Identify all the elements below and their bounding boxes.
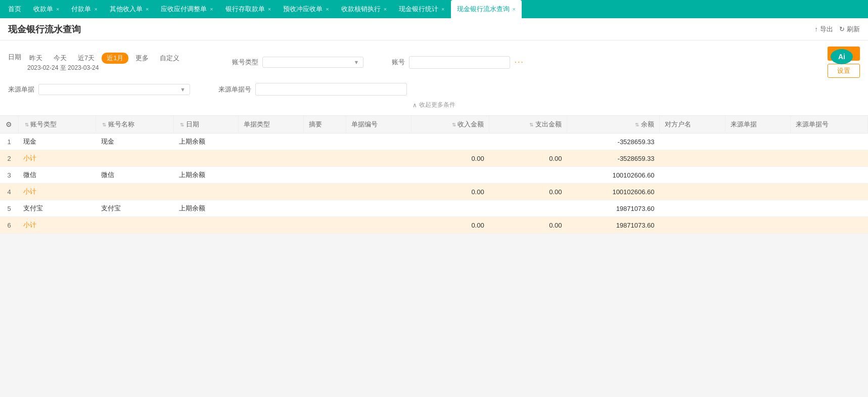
col-account-type[interactable]: ⇅ 账号类型	[18, 116, 96, 134]
cell-expense	[489, 200, 567, 217]
cell-doc-type	[238, 167, 304, 184]
row-num: 3	[0, 167, 18, 184]
nav-cash-stats[interactable]: 现金银行统计 ×	[393, 0, 450, 18]
nav-advance[interactable]: 预收冲应收单 ×	[277, 0, 335, 18]
collapse-icon: ∧	[413, 102, 417, 109]
account-input[interactable]	[409, 56, 510, 69]
cell-date	[174, 217, 239, 234]
cell-source-doc	[725, 150, 791, 167]
table-container: ⚙ ⇅ 账号类型 ⇅ 账号名称 ⇅ 日期 单据类型 摘要 单据编号 ⇅ 收入金额	[0, 116, 868, 234]
close-payment-icon[interactable]: ×	[94, 6, 97, 12]
date-opt-yesterday[interactable]: 昨天	[25, 53, 47, 64]
close-cash-stats-icon[interactable]: ×	[441, 6, 444, 12]
account-type-arrow-icon: ▼	[354, 59, 359, 65]
table-header: ⚙ ⇅ 账号类型 ⇅ 账号名称 ⇅ 日期 单据类型 摘要 单据编号 ⇅ 收入金额	[0, 116, 868, 134]
row-num: 1	[0, 134, 18, 150]
col-date[interactable]: ⇅ 日期	[174, 116, 239, 134]
cell-counterparty	[660, 200, 725, 217]
nav-verification[interactable]: 收款核销执行 ×	[335, 0, 393, 18]
cell-account-name: 现金	[96, 134, 174, 150]
cell-counterparty	[660, 167, 725, 184]
cell-expense	[489, 167, 567, 184]
cell-source-doc	[725, 184, 791, 200]
source-doc-num-input[interactable]	[255, 83, 407, 96]
close-receipt-icon[interactable]: ×	[56, 6, 59, 12]
cell-doc-type	[238, 150, 304, 167]
col-counterparty: 对方户名	[660, 116, 725, 134]
cell-source-doc	[725, 200, 791, 217]
header-actions: ↑ 导出 ↻ 刷新	[815, 25, 860, 34]
cell-counterparty	[660, 134, 725, 150]
cell-account-name: 支付宝	[96, 200, 174, 217]
export-button[interactable]: ↑ 导出	[815, 25, 834, 34]
source-doc-filter: 来源单据 ▼	[8, 84, 190, 95]
cell-balance: 100102606.60	[567, 184, 659, 200]
nav-receipt[interactable]: 收款单 ×	[27, 0, 65, 18]
cell-summary	[304, 150, 346, 167]
table-row: 5 支付宝 支付宝 上期余额 19871073.60	[0, 200, 868, 217]
cell-summary	[304, 134, 346, 150]
nav-payment[interactable]: 付款单 ×	[65, 0, 103, 18]
cell-date	[174, 150, 239, 167]
cell-doc-type	[238, 184, 304, 200]
cell-balance: -3528659.33	[567, 150, 659, 167]
cell-account-type: 现金	[18, 134, 96, 150]
col-income[interactable]: ⇅ 收入金额	[412, 116, 489, 134]
ai-badge[interactable]: Ai	[831, 49, 853, 64]
date-opt-custom[interactable]: 自定义	[156, 53, 184, 64]
close-other-income-icon[interactable]: ×	[146, 6, 149, 12]
col-summary: 摘要	[304, 116, 346, 134]
row-num: 4	[0, 184, 18, 200]
nav-bank-deposit[interactable]: 银行存取款单 ×	[219, 0, 277, 18]
refresh-icon: ↻	[839, 25, 845, 33]
close-adjust-icon[interactable]: ×	[210, 6, 213, 12]
cell-summary	[304, 200, 346, 217]
cell-expense: 0.00	[489, 184, 567, 200]
close-advance-icon[interactable]: ×	[326, 6, 329, 12]
settings-button[interactable]: 设置	[828, 64, 860, 78]
date-label: 日期	[8, 53, 21, 62]
cell-income	[412, 167, 489, 184]
refresh-button[interactable]: ↻ 刷新	[839, 25, 860, 34]
cell-expense	[489, 134, 567, 150]
col-doc-type: 单据类型	[238, 116, 304, 134]
nav-home[interactable]: 首页	[2, 0, 27, 18]
cell-source-doc-no	[791, 134, 868, 150]
date-options: 昨天 今天 近7天 近1月 更多 自定义	[25, 53, 184, 64]
account-label: 账号	[392, 58, 405, 67]
cell-summary	[304, 184, 346, 200]
close-cash-flow-icon[interactable]: ×	[513, 6, 516, 12]
close-bank-deposit-icon[interactable]: ×	[268, 6, 271, 12]
account-filter: 账号 ···	[392, 56, 524, 69]
col-account-name[interactable]: ⇅ 账号名称	[96, 116, 174, 134]
date-opt-more[interactable]: 更多	[131, 53, 153, 64]
date-opt-today[interactable]: 今天	[50, 53, 71, 64]
cell-account-type: 支付宝	[18, 200, 96, 217]
table-body: 1 现金 现金 上期余额 -3528659.33 2 小计 0.00 0.00 …	[0, 134, 868, 234]
page-header: 现金银行流水查询 ↑ 导出 ↻ 刷新	[0, 18, 868, 40]
row-num: 2	[0, 150, 18, 167]
nav-other-income[interactable]: 其他收入单 ×	[104, 0, 155, 18]
account-type-select[interactable]: ▼	[262, 57, 363, 68]
date-opt-1month[interactable]: 近1月	[102, 53, 128, 64]
date-filter: 日期 昨天 今天 近7天 近1月 更多 自定义 2023-02-24 至 202…	[8, 53, 184, 72]
cell-doc-no	[346, 150, 412, 167]
date-opt-7days[interactable]: 近7天	[74, 53, 99, 64]
cell-date: 上期余额	[174, 134, 239, 150]
export-icon: ↑	[815, 25, 818, 33]
col-balance[interactable]: ⇅ 余额	[567, 116, 659, 134]
collapse-bar[interactable]: ∧ 收起更多条件	[8, 101, 860, 109]
col-expense[interactable]: ⇅ 支出金额	[489, 116, 567, 134]
table-row: 6 小计 0.00 0.00 19871073.60	[0, 217, 868, 234]
cell-summary	[304, 167, 346, 184]
cell-doc-no	[346, 200, 412, 217]
nav-cash-flow[interactable]: 现金银行流水查询 ×	[451, 0, 522, 18]
col-source-doc-no: 来源单据号	[791, 116, 868, 134]
source-doc-select[interactable]: ▼	[38, 84, 190, 95]
close-verification-icon[interactable]: ×	[384, 6, 387, 12]
account-more-icon[interactable]: ···	[514, 58, 524, 67]
nav-adjust[interactable]: 应收应付调整单 ×	[155, 0, 219, 18]
cell-summary	[304, 217, 346, 234]
page-title: 现金银行流水查询	[8, 23, 81, 35]
col-gear[interactable]: ⚙	[0, 116, 18, 134]
